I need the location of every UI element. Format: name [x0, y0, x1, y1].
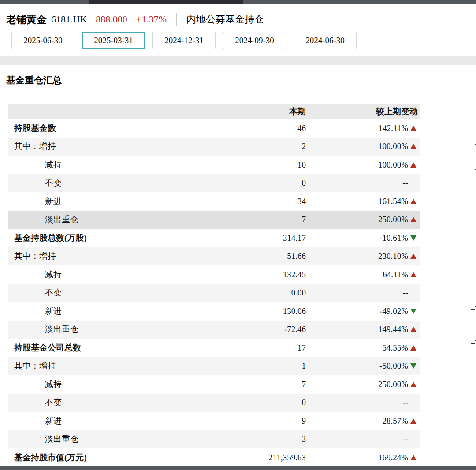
row-change-cell: -- [306, 398, 420, 407]
change-direction-triangle-icon [410, 345, 416, 351]
section-title: 基金重仓汇总 [6, 74, 62, 86]
date-tab-2024-06-30[interactable]: 2024-06-30 [294, 32, 357, 49]
browser-chrome-bottom-bar [0, 466, 476, 470]
row-change-value: 64.11% [383, 270, 408, 280]
change-direction-triangle-icon [410, 126, 416, 131]
change-direction-triangle-icon [410, 309, 416, 314]
row-label: 新进 [8, 306, 160, 317]
row-label: 持股基金公司总数 [8, 342, 160, 354]
row-change-value: 28.57% [382, 416, 408, 426]
change-direction-triangle-icon [410, 418, 416, 424]
row-change-cell: -50.00% [306, 361, 420, 371]
stock-name: 老铺黄金 [6, 13, 47, 26]
stock-change-percent: +1.37% [136, 14, 167, 25]
row-label: 基金持股总数(万股) [8, 232, 160, 244]
row-label: 持股基金数 [8, 123, 160, 134]
row-label: 减持 [8, 269, 160, 280]
browser-chrome-top-bar [0, 0, 476, 4]
date-tab-2025-06-30[interactable]: 2025-06-30 [11, 32, 74, 49]
row-period-value: 17 [160, 343, 306, 353]
header-cell-change: 较上期变动 [306, 106, 420, 117]
row-period-value: 9 [160, 416, 306, 426]
row-change-cell: 100.00% [306, 160, 420, 170]
row-label: 淡出重仓 [8, 433, 160, 445]
row-change-cell: 161.54% [306, 197, 420, 206]
row-period-value: 51.66 [160, 251, 306, 261]
table-row: 基金持股总数(万股) 314.17 -10.61% [8, 229, 420, 247]
table-row: 新进 130.06 -49.02% [8, 302, 420, 321]
row-change-value: 169.24% [378, 453, 408, 463]
table-row: 持股基金数 46 142.11% [8, 119, 420, 138]
row-change-value: 100.00% [378, 160, 408, 170]
change-direction-triangle-icon [410, 217, 416, 222]
row-change-cell: 100.00% [306, 142, 420, 151]
browser-chrome-dark-segment [89, 0, 243, 4]
row-change-cell: -49.02% [306, 306, 420, 316]
row-change-cell: 169.24% [306, 453, 420, 463]
table-row: 基金持股市值(万元) 211,359.63 169.24% [8, 448, 420, 464]
row-change-cell: -- [306, 434, 420, 444]
page-bottom-line [0, 464, 476, 464]
date-tab-2024-09-30[interactable]: 2024-09-30 [223, 32, 286, 49]
change-direction-triangle-icon [410, 272, 416, 277]
row-change-value: 149.44% [378, 325, 408, 334]
table-row: 减持 132.45 64.11% [8, 265, 420, 284]
row-label: 淡出重仓 [8, 324, 160, 335]
table-row: 淡出重仓 7 250.00% [8, 211, 420, 229]
row-period-value: 34 [160, 197, 306, 206]
table-header-row: 本期 较上期变动 [8, 104, 420, 119]
change-direction-triangle-icon [410, 254, 416, 259]
stock-code: 6181.HK [51, 14, 87, 25]
report-date-tabs: 2025-06-30 2025-03-31 2024-12-31 2024-09… [11, 32, 357, 49]
row-change-cell: -- [306, 178, 420, 188]
header-cell-period: 本期 [160, 106, 306, 117]
change-direction-triangle-icon [410, 144, 416, 149]
row-period-value: 0.00 [160, 288, 306, 298]
table-row: 淡出重仓 3 -- [8, 430, 420, 449]
row-change-value: 142.11% [379, 123, 408, 133]
row-period-value: 314.17 [160, 233, 306, 243]
row-change-value: -- [402, 288, 408, 298]
row-label: 减持 [8, 379, 160, 390]
row-label: 新进 [8, 196, 160, 207]
row-period-value: 130.06 [160, 306, 306, 316]
row-change-cell: 250.00% [306, 380, 420, 389]
row-change-value: -10.61% [379, 233, 408, 243]
row-label: 减持 [8, 159, 160, 171]
stock-price: 888.000 [96, 14, 127, 25]
row-period-value: 2 [160, 142, 306, 151]
table-row: 新进 34 161.54% [8, 192, 420, 211]
row-label: 不变 [8, 397, 160, 408]
row-label: 淡出重仓 [8, 214, 160, 225]
header-divider [176, 13, 177, 26]
row-period-value: 10 [160, 160, 306, 170]
row-change-cell: -- [306, 288, 420, 298]
table-row: 不变 0 -- [8, 394, 420, 412]
page-title: 内地公募基金持仓 [186, 13, 264, 26]
stock-header: 老铺黄金 6181.HK 888.000 +1.37% 内地公募基金持仓 [6, 11, 264, 27]
row-period-value: 1 [160, 361, 306, 371]
change-direction-triangle-icon [410, 199, 416, 204]
table-row: 淡出重仓 -72.46 149.44% [8, 321, 420, 339]
row-change-value: 250.00% [378, 215, 408, 224]
date-tab-2025-03-31[interactable]: 2025-03-31 [82, 32, 145, 49]
table-row: 不变 0 -- [8, 174, 420, 193]
row-period-value: 7 [160, 215, 306, 224]
row-change-value: 161.54% [378, 197, 408, 206]
row-change-cell: 142.11% [306, 123, 420, 133]
row-period-value: 3 [160, 434, 306, 444]
row-change-cell: 64.11% [306, 270, 420, 280]
row-change-value: -- [402, 398, 408, 407]
row-period-value: 46 [160, 123, 306, 133]
date-tab-2024-12-31[interactable]: 2024-12-31 [152, 32, 216, 49]
row-change-value: -- [402, 434, 408, 444]
row-period-value: 211,359.63 [160, 453, 306, 463]
row-change-value: 100.00% [378, 142, 408, 151]
change-direction-triangle-icon [410, 363, 416, 369]
table-row: 其中：增持 1 -50.00% [8, 357, 420, 376]
row-label: 基金持股市值(万元) [8, 452, 160, 463]
table-row: 其中：增持 2 100.00% [8, 138, 420, 156]
row-change-cell: 28.57% [306, 416, 420, 426]
row-change-value: 250.00% [378, 380, 408, 389]
table-row: 其中：增持 51.66 230.10% [8, 247, 420, 266]
